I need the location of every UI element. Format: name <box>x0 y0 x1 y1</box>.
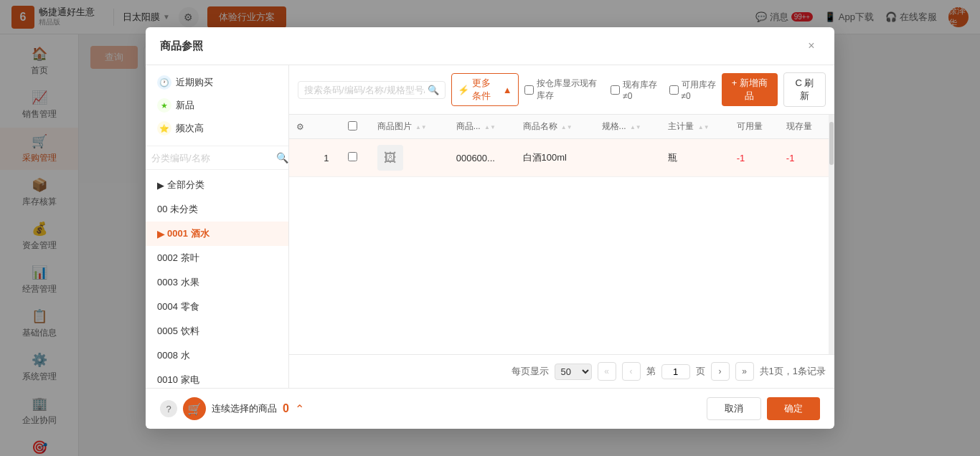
collapse-up-button[interactable]: ⌃ <box>295 402 304 416</box>
modal-title: 商品参照 <box>160 39 203 53</box>
category-item-0010[interactable]: 0010 家电 <box>146 368 289 388</box>
first-page-button[interactable]: « <box>598 362 616 381</box>
confirm-button[interactable]: 确定 <box>767 397 820 420</box>
product-search-input[interactable] <box>304 85 425 95</box>
sort-image-icon[interactable]: ▲▼ <box>415 125 427 130</box>
product-table-wrap[interactable]: ⚙ 商品图片 <box>289 115 829 354</box>
col-image: 商品图片 ▲▼ <box>370 115 449 139</box>
sort-unit-icon[interactable]: ▲▼ <box>698 125 710 130</box>
quick-filter-recent[interactable]: 🕐 近期购买 <box>151 71 283 94</box>
selected-count-text: 连续选择的商品 <box>212 402 277 415</box>
category-00-label: 00 未分类 <box>157 203 198 216</box>
selected-count-badge: 0 <box>283 402 289 415</box>
category-item-0008[interactable]: 0008 水 <box>146 343 289 368</box>
modal-body: 🕐 近期购买 ★ 新品 ⭐ 频次高 <box>146 65 834 388</box>
scroll-track[interactable] <box>829 115 834 354</box>
category-all-label: 全部分类 <box>167 179 204 191</box>
filter-label: 更多条件 <box>472 77 500 103</box>
col-settings: ⚙ <box>289 115 316 139</box>
category-search-input[interactable] <box>151 153 272 163</box>
help-button[interactable]: ? <box>160 400 177 417</box>
total-info: 共1页，1条记录 <box>760 365 826 378</box>
row-no-cell: 1 <box>316 139 341 177</box>
product-toolbar: 🔍 ⚡ 更多条件 ▲ 按仓库显示现有库存 <box>289 65 834 115</box>
category-item-0001[interactable]: ▶ 0001 酒水 <box>146 222 289 246</box>
category-item-0002[interactable]: 0002 茶叶 <box>146 246 289 270</box>
table-area: ⚙ 商品图片 <box>289 115 834 354</box>
filter-icon: ⚡ <box>458 85 469 95</box>
checkbox-has-available[interactable]: 可用库存≠0 <box>669 79 716 101</box>
category-0001-arrow: ▶ <box>157 229 164 239</box>
category-item-all[interactable]: ▶ 全部分类 <box>146 173 289 197</box>
footer-left: ? 🛒 连续选择的商品 0 ⌃ <box>160 397 304 420</box>
page-size-select[interactable]: 20 50 100 <box>555 364 592 380</box>
recent-icon: 🕐 <box>157 75 171 90</box>
product-search-icon[interactable]: 🔍 <box>428 85 439 95</box>
category-item-00[interactable]: 00 未分类 <box>146 197 289 222</box>
category-0004-label: 0004 零食 <box>157 300 199 313</box>
sort-spec-icon[interactable]: ▲▼ <box>630 125 641 130</box>
new-icon: ★ <box>157 98 171 113</box>
row-available-cell: -1 <box>730 139 779 177</box>
modal-header: 商品参照 × <box>146 27 834 65</box>
quick-filter-new-label: 新品 <box>176 99 194 112</box>
quick-filter-new[interactable]: ★ 新品 <box>151 94 283 117</box>
category-item-0005[interactable]: 0005 饮料 <box>146 319 289 343</box>
filter-checkboxes: 按仓库显示现有库存 现有库存≠0 可用库存≠0 <box>524 77 716 102</box>
product-panel: 🔍 ⚡ 更多条件 ▲ 按仓库显示现有库存 <box>289 65 834 388</box>
footer-right: 取消 确定 <box>707 397 820 420</box>
quick-filter-freq[interactable]: ⭐ 频次高 <box>151 117 283 140</box>
col-no <box>316 115 341 139</box>
page-size-label: 每页显示 <box>512 365 549 378</box>
column-settings-icon[interactable]: ⚙ <box>296 122 304 132</box>
quick-filter-freq-label: 频次高 <box>176 122 204 135</box>
table-header-row: ⚙ 商品图片 <box>289 115 829 139</box>
more-filters-button[interactable]: ⚡ 更多条件 ▲ <box>451 73 519 106</box>
available-value: -1 <box>737 153 745 163</box>
category-0008-label: 0008 水 <box>157 349 190 362</box>
category-0005-label: 0005 饮料 <box>157 325 199 338</box>
quick-filters: 🕐 近期购买 ★ 新品 ⭐ 频次高 <box>146 65 288 146</box>
category-item-0004[interactable]: 0004 零食 <box>146 295 289 319</box>
prev-page-button[interactable]: ‹ <box>622 362 641 381</box>
category-0001-label: 0001 酒水 <box>167 227 209 240</box>
row-stock-cell: -1 <box>779 139 829 177</box>
category-all-arrow: ▶ <box>157 180 164 191</box>
sort-code-icon[interactable]: ▲▼ <box>484 125 496 130</box>
next-page-button[interactable]: › <box>711 362 730 381</box>
image-icon: 🖼 <box>384 151 397 166</box>
checkbox-show-inventory[interactable]: 按仓库显示现有库存 <box>524 77 599 102</box>
select-all-checkbox[interactable] <box>348 121 357 130</box>
col-spec: 规格... ▲▼ <box>595 115 661 139</box>
show-inventory-checkbox[interactable] <box>524 85 534 95</box>
product-table: ⚙ 商品图片 <box>289 115 829 177</box>
has-available-label: 可用库存≠0 <box>682 79 716 101</box>
add-product-button[interactable]: + 新增商品 <box>722 73 778 106</box>
last-page-button[interactable]: » <box>735 362 754 381</box>
modal-footer: ? 🛒 连续选择的商品 0 ⌃ 取消 确定 <box>146 388 834 429</box>
col-code: 商品... ▲▼ <box>449 115 516 139</box>
col-stock: 现存量 <box>779 115 829 139</box>
row-checkbox-cell <box>341 139 370 177</box>
modal-close-button[interactable]: × <box>803 37 820 54</box>
pagination-bar: 每页显示 20 50 100 « ‹ 第 页 › » 共1页，1条记录 <box>289 354 834 388</box>
has-inventory-checkbox[interactable] <box>611 85 620 95</box>
has-inventory-label: 现有库存≠0 <box>623 79 657 101</box>
row-image-cell: 🖼 <box>370 139 449 177</box>
col-checkbox <box>341 115 370 139</box>
row-code-cell: 000600... <box>449 139 516 177</box>
sort-name-icon[interactable]: ▲▼ <box>561 125 573 130</box>
has-available-checkbox[interactable] <box>669 85 679 95</box>
checkbox-has-inventory[interactable]: 现有库存≠0 <box>611 79 657 101</box>
cancel-button[interactable]: 取消 <box>707 397 761 420</box>
col-unit: 主计量 ▲▼ <box>661 115 729 139</box>
page-number-input[interactable] <box>661 364 690 379</box>
row-select-checkbox[interactable] <box>348 152 357 161</box>
cart-icon: 🛒 <box>187 402 202 416</box>
refresh-button[interactable]: C 刷新 <box>783 72 826 107</box>
category-item-0003[interactable]: 0003 水果 <box>146 270 289 295</box>
category-search-icon[interactable]: 🔍 <box>276 152 288 163</box>
cart-button[interactable]: 🛒 <box>183 397 206 420</box>
table-row[interactable]: 1 🖼 000600... <box>289 139 829 177</box>
show-inventory-label: 按仓库显示现有库存 <box>537 77 599 102</box>
